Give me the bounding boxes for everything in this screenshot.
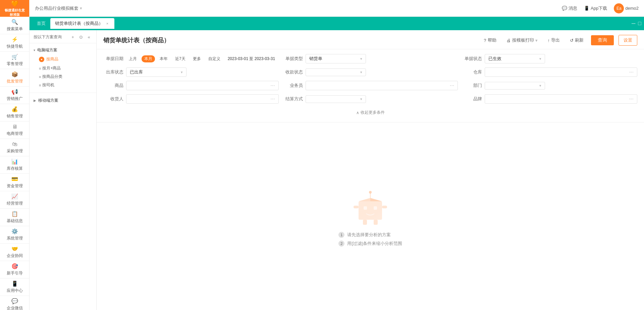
sidebar-item-search[interactable]: 🔍 搜索菜单 xyxy=(0,17,29,34)
sidebar-item-stock[interactable]: 📊 库存核算 xyxy=(0,156,29,174)
receiver-picker-btn[interactable]: ··· xyxy=(270,96,275,102)
svg-rect-5 xyxy=(354,206,359,208)
filter-warehouse: 仓库 ··· xyxy=(462,67,637,77)
product-picker-btn[interactable]: ··· xyxy=(270,83,275,89)
messages-btn[interactable]: 💬 消息 xyxy=(562,5,577,11)
salesperson-picker-btn[interactable]: ··· xyxy=(450,83,454,89)
settlement-select[interactable]: ▾ xyxy=(306,95,366,103)
finance-icon: 💳 xyxy=(11,176,18,182)
top-bar-left: 办公用品行业模拟账套 ▾ xyxy=(35,5,82,11)
add-scheme-btn[interactable]: + xyxy=(69,34,76,40)
svg-rect-7 xyxy=(363,220,367,225)
tip-num-1: 1 xyxy=(338,232,344,238)
export-btn[interactable]: ↑ 导出 xyxy=(545,36,563,45)
export-icon: ↑ xyxy=(548,38,550,43)
date-custom-btn[interactable]: 自定义 xyxy=(206,55,223,62)
system-icon: ⚙️ xyxy=(11,228,18,235)
apps-icon: 📱 xyxy=(11,280,18,287)
page-header: 销货单统计表（按商品） ? 帮助 🖨 按模板打印 ▾ ↑ 导出 xyxy=(97,30,644,49)
top-bar-right: 💬 消息 📱 App下载 Ea demo2 xyxy=(562,3,639,13)
svg-rect-0 xyxy=(359,201,382,220)
date-last-month-btn[interactable]: 上月 xyxy=(126,55,140,62)
sub-icon2: ≡ xyxy=(39,75,41,79)
sidebar-item-wechat[interactable]: 💬 企业微信 xyxy=(0,296,29,310)
doc-status-select[interactable]: 已生效 ▾ xyxy=(485,54,545,63)
filter-date: 单据日期 上月 本月 本年 近7天 更多 自定义 2023-03-01 至 20… xyxy=(103,54,279,63)
filter-doc-type: 单据类型 销货单 ▾ xyxy=(283,54,458,63)
salesperson-input[interactable]: ··· xyxy=(306,81,458,90)
coop-icon: 🤝 xyxy=(11,246,18,252)
sidebar-item-purchase[interactable]: 🛍 采购管理 xyxy=(0,139,29,156)
svg-rect-6 xyxy=(382,206,387,208)
doc-type-select[interactable]: 销货单 ▾ xyxy=(306,54,366,63)
sidebar-item-coop[interactable]: 🤝 企业协同 xyxy=(0,244,29,261)
warehouse-picker-btn[interactable]: ··· xyxy=(629,69,634,75)
settings-scheme-btn[interactable]: ⊙ xyxy=(77,34,84,40)
tab-active[interactable]: 销货单统计表（按商品） × xyxy=(50,18,114,29)
stock-icon: 📊 xyxy=(11,158,18,165)
sidebar-item-apps[interactable]: 📱 应用中心 xyxy=(0,278,29,296)
message-icon: 💬 xyxy=(562,6,567,11)
sidebar-item-marketing[interactable]: 📢 营销推广 xyxy=(0,87,29,104)
app-download-btn[interactable]: 📱 App下载 xyxy=(584,5,607,11)
query-btn[interactable]: 查询 xyxy=(591,35,614,45)
brand-input[interactable]: ··· xyxy=(485,94,637,104)
date-7days-btn[interactable]: 近7天 xyxy=(172,55,188,62)
help-btn[interactable]: ? 帮助 xyxy=(481,36,499,45)
warehouse-input[interactable]: ··· xyxy=(485,67,637,77)
product-input[interactable]: ··· xyxy=(126,81,279,90)
sidebar-item-retail[interactable]: 🛒 零售管理 xyxy=(0,52,29,69)
scheme-by-cashier[interactable]: ≡ 按司机 xyxy=(30,81,96,89)
marketing-icon: 📢 xyxy=(11,89,18,95)
dept-select[interactable]: ▾ xyxy=(485,82,545,90)
retail-icon: 🛒 xyxy=(11,54,18,60)
svg-point-4 xyxy=(369,191,372,194)
scheme-by-category[interactable]: ≡ 按商品分类 xyxy=(30,72,96,81)
window-maximize-btn[interactable]: □ xyxy=(638,20,641,27)
sidebar-item-quick[interactable]: ⚡ 快捷导航 xyxy=(0,34,29,52)
refresh-btn[interactable]: ↺ 刷新 xyxy=(567,36,586,45)
filter-brand: 品牌 ··· xyxy=(462,94,637,104)
help-icon: ? xyxy=(484,38,486,43)
sidebar-item-wholesale[interactable]: 📦 批发管理 xyxy=(0,69,29,87)
receiver-input[interactable]: ··· xyxy=(126,94,279,104)
sidebar-item-sales[interactable]: 💰 销售管理 xyxy=(0,104,29,121)
industry-selector[interactable]: 办公用品行业模拟账套 ▾ xyxy=(35,5,82,11)
svg-rect-8 xyxy=(374,220,378,225)
settings-icon: ⊙ xyxy=(79,35,83,40)
payment-status-select[interactable]: ▾ xyxy=(306,68,366,76)
scheme-by-product[interactable]: ● 按商品 xyxy=(30,54,96,64)
sidebar-item-newbie[interactable]: 🎯 新手引导 xyxy=(0,261,29,278)
sidebar-item-ops[interactable]: 📈 经营管理 xyxy=(0,191,29,209)
settlement-arrow: ▾ xyxy=(360,97,362,101)
collapse-panel-btn[interactable]: « xyxy=(86,34,92,40)
section-divider xyxy=(30,93,96,93)
tab-close-btn[interactable]: × xyxy=(105,21,110,26)
app-logo: 🧡 畅捷通好生意 标准版 xyxy=(0,0,29,17)
sidebar: 🧡 畅捷通好生意 标准版 🔍 搜索菜单 ⚡ 快捷导航 🛒 零售管理 📦 批发管理… xyxy=(0,0,30,310)
sidebar-item-base[interactable]: 📋 基础信息 xyxy=(0,209,29,226)
date-this-month-btn[interactable]: 本月 xyxy=(142,55,155,62)
sidebar-item-ecom[interactable]: 🖥 电商管理 xyxy=(0,121,29,139)
date-more-btn[interactable]: 更多 xyxy=(190,55,204,62)
empty-tip-2: 2 用[过滤]条件来缩小分析范围 xyxy=(338,241,402,247)
pc-section-title[interactable]: ▾ 电脑端方案 xyxy=(30,46,96,54)
tab-home[interactable]: 首页 xyxy=(32,18,50,29)
user-menu[interactable]: Ea demo2 xyxy=(614,3,639,13)
sidebar-item-system[interactable]: ⚙️ 系统管理 xyxy=(0,226,29,244)
sidebar-item-finance[interactable]: 💳 资金管理 xyxy=(0,174,29,191)
date-this-year-btn[interactable]: 本年 xyxy=(157,55,170,62)
settings-btn[interactable]: 设置 xyxy=(619,35,637,46)
sub-icon3: ≡ xyxy=(39,83,41,87)
window-minimize-btn[interactable]: ─ xyxy=(632,20,635,27)
out-status-select[interactable]: 已出库 ▾ xyxy=(126,67,186,77)
print-btn[interactable]: 🖨 按模板打印 ▾ xyxy=(504,36,540,45)
print-dropdown-icon: ▾ xyxy=(535,38,538,43)
scheme-by-month-product[interactable]: ≡ 按月+商品 xyxy=(30,64,96,72)
collapse-filters-btn[interactable]: ∧ 收起更多条件 xyxy=(103,108,637,117)
pc-arrow-icon: ▾ xyxy=(34,48,35,52)
doc-type-arrow: ▾ xyxy=(360,57,362,61)
brand-picker-btn[interactable]: ··· xyxy=(629,96,634,102)
mobile-arrow-icon: ▶ xyxy=(34,99,36,102)
mobile-section-title[interactable]: ▶ 移动端方案 xyxy=(30,96,96,105)
